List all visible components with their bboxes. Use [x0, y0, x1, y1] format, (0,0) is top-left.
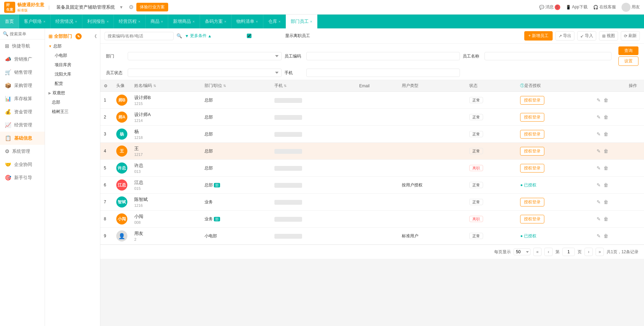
tab-profit[interactable]: 利润报告 × — [82, 15, 114, 28]
edit-button[interactable]: ✎ — [597, 182, 601, 188]
tab-operation[interactable]: 经营情况 × — [51, 15, 82, 28]
close-icon[interactable]: × — [43, 19, 45, 24]
tab-add-goods[interactable]: 新增商品 × — [168, 15, 200, 28]
settings-col-icon[interactable]: ⚙ — [104, 83, 108, 88]
query-button[interactable]: 查询 — [618, 46, 638, 55]
experience-button[interactable]: 体验行业方案 — [136, 3, 168, 11]
tab-warehouse[interactable]: 仓库 × — [263, 15, 286, 28]
prev-page-button[interactable]: ‹ — [544, 248, 553, 256]
delete-button[interactable]: 🗑 — [604, 233, 608, 239]
dept-edit-icon[interactable]: ✎ — [75, 33, 82, 39]
add-employee-button[interactable]: + 新增员工 — [524, 31, 553, 41]
dept-item-peihuo[interactable]: 配货 — [45, 79, 100, 88]
dept-filter-select[interactable]: 总部 小电部 业务 — [128, 52, 282, 60]
th-phone[interactable]: 手机 ⇅ — [271, 80, 356, 92]
message-icon-area[interactable]: 💬 消息 5 — [539, 4, 560, 10]
delete-button[interactable]: 🗑 — [604, 148, 608, 154]
sidebar-item-collab[interactable]: 🤝 企业协同 — [0, 158, 45, 171]
tab-customer[interactable]: 客户联络 × — [19, 15, 51, 28]
tab-employees[interactable]: 部门员工 × — [286, 15, 317, 28]
tab-home[interactable]: 首页 — [0, 15, 19, 28]
sidebar-item-shortcut[interactable]: ⊞ 快捷导航 — [0, 39, 45, 53]
auth-button[interactable]: 授权登录 — [520, 164, 544, 173]
online-service[interactable]: 🎧 在线客服 — [593, 4, 616, 10]
close-icon[interactable]: × — [161, 19, 163, 24]
export-button[interactable]: ↗ 导出 — [555, 31, 574, 41]
tab-bom[interactable]: 物料清单 × — [232, 15, 263, 28]
app-download[interactable]: 📱 App下载 — [566, 4, 588, 10]
auth-button[interactable]: 授权登录 — [520, 215, 544, 223]
sidebar-item-inventory[interactable]: 📊 库存核算 — [0, 92, 45, 105]
set-button[interactable]: 设置 — [618, 56, 638, 66]
auth-button[interactable]: 授权登录 — [520, 147, 544, 156]
sidebar-item-purchase[interactable]: 📦 采购管理 — [0, 79, 45, 92]
show-resigned-checkbox[interactable] — [215, 34, 284, 38]
empname-filter-input[interactable] — [484, 52, 611, 60]
search-input[interactable] — [105, 32, 174, 40]
page-number-input[interactable] — [562, 248, 575, 256]
edit-button[interactable]: ✎ — [597, 148, 601, 154]
search-icon[interactable]: 🔍 — [176, 33, 182, 38]
sidebar-item-guide[interactable]: 🎯 新手引导 — [0, 171, 45, 184]
last-page-button[interactable]: » — [596, 248, 604, 256]
edit-button[interactable]: ✎ — [597, 114, 601, 120]
empcode-filter-input[interactable] — [306, 52, 460, 60]
user-area[interactable]: 用友 — [622, 3, 640, 12]
auth-button[interactable]: 授权登录 — [520, 198, 544, 206]
auth-button[interactable]: 授权登录 — [520, 96, 544, 105]
auth-button[interactable]: 授权登录 — [520, 113, 544, 122]
close-icon[interactable]: × — [75, 19, 77, 24]
tab-goods[interactable]: 商品 × — [146, 15, 168, 28]
page-size-select[interactable]: 50 100 200 — [514, 248, 530, 255]
edit-button[interactable]: ✎ — [597, 131, 601, 137]
close-icon[interactable]: × — [107, 19, 109, 24]
edit-button[interactable]: ✎ — [597, 199, 601, 205]
status-filter-select[interactable]: 正常 离职 — [128, 69, 282, 77]
dept-item-xiaodibu[interactable]: 小电部 — [45, 51, 100, 60]
dept-item-xiangmukufang[interactable]: 项目库房 — [45, 60, 100, 70]
settings-icon[interactable]: ⚙ — [129, 4, 134, 10]
dept-item-zonbu2[interactable]: 总部 — [45, 98, 100, 107]
delete-button[interactable]: 🗑 — [604, 97, 608, 103]
dept-group-shuanglu[interactable]: ▶ 双鹿想 — [45, 88, 100, 98]
import-button[interactable]: ↙ 导入 — [577, 31, 596, 41]
delete-button[interactable]: 🗑 — [604, 216, 608, 222]
close-icon[interactable]: × — [192, 19, 194, 24]
show-resigned-label[interactable]: 显示离职员工 — [215, 33, 310, 39]
tab-history[interactable]: 经营历程 × — [114, 15, 145, 28]
delete-button[interactable]: 🗑 — [604, 114, 608, 120]
sidebar-item-operation[interactable]: 📈 经营管理 — [0, 118, 45, 132]
edit-button[interactable]: ✎ — [597, 216, 601, 222]
th-dept[interactable]: 部门/职位 ⇅ — [201, 80, 271, 92]
view-button[interactable]: ⊞ 视图 — [599, 31, 618, 41]
first-page-button[interactable]: « — [533, 248, 542, 256]
dept-collapse-btn[interactable]: 《 — [92, 34, 97, 39]
edit-button[interactable]: ✎ — [597, 97, 601, 103]
sidebar-item-sales[interactable]: 🛒 销售管理 — [0, 66, 45, 79]
delete-button[interactable]: 🗑 — [604, 131, 608, 137]
close-icon[interactable]: × — [256, 19, 258, 24]
sidebar-item-finance[interactable]: 💰 资金管理 — [0, 105, 45, 118]
more-conditions-button[interactable]: ▼ 更多条件 ▲ — [185, 33, 212, 39]
edit-button[interactable]: ✎ — [597, 165, 601, 171]
sidebar-item-basic[interactable]: 📋 基础信息 — [0, 132, 45, 145]
delete-button[interactable]: 🗑 — [604, 199, 608, 205]
delete-button[interactable]: 🗑 — [604, 182, 608, 188]
print-button[interactable]: ⟳ 刷新 — [621, 31, 640, 41]
dept-group-zonbu[interactable]: ▼ 总部 — [45, 42, 100, 51]
sidebar-item-system[interactable]: ⚙ 系统管理 — [0, 145, 45, 158]
dept-item-zhishu[interactable]: 植树王三 — [45, 107, 100, 116]
dept-item-shenyangdaku[interactable]: 沈阳大库 — [45, 70, 100, 79]
sidebar-item-marketing[interactable]: 📣 营销推广 — [0, 53, 45, 66]
auth-button[interactable]: 授权登录 — [520, 130, 544, 139]
close-icon[interactable]: × — [310, 19, 312, 24]
phone-filter-input[interactable] — [306, 69, 460, 77]
left-nav-search-input[interactable] — [10, 32, 42, 36]
th-name[interactable]: 姓名/编码 ⇅ — [131, 80, 201, 92]
tab-barcode[interactable]: 条码方案 × — [200, 15, 232, 28]
delete-button[interactable]: 🗑 — [604, 165, 608, 171]
edit-button[interactable]: ✎ — [597, 233, 601, 239]
dropdown-arrow[interactable]: ▼ — [119, 5, 123, 10]
close-icon[interactable]: × — [138, 19, 140, 24]
close-icon[interactable]: × — [224, 19, 226, 24]
